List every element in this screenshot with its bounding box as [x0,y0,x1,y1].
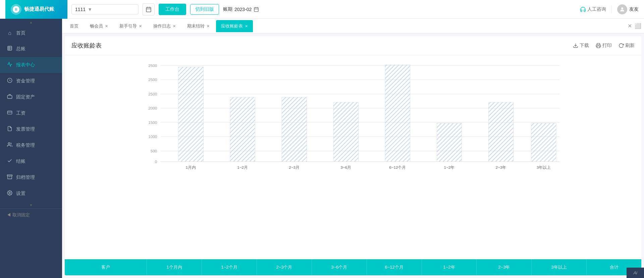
header-right: 人工咨询 友友 [580,4,639,14]
svg-text:1000: 1000 [148,134,157,139]
refresh-button[interactable]: 刷新 [619,43,635,49]
svg-point-20 [9,192,10,194]
th-3-6month: 3~6个月 [312,259,367,275]
main-layout: ▲ ⌂ 首页 总账 报表中心 资金管理 固定资产 [0,19,644,278]
print-icon [596,43,601,48]
logo-area: 畅捷通易代账 [5,0,67,19]
svg-text:2~3年: 2~3年 [496,165,506,169]
bar-2-3年 [488,102,513,161]
avatar [617,4,627,14]
company-name: 1111 [75,7,86,12]
tab-member[interactable]: 畅会员 ✕ [85,20,113,32]
svg-text:3~6月: 3~6月 [340,165,351,169]
page-title: 应收账龄表 [71,42,102,50]
calendar-button[interactable] [143,3,155,15]
th-customer: 客户 [65,259,147,275]
switch-version-button[interactable]: 切到旧版 [190,4,219,15]
support-link[interactable]: 人工咨询 [580,6,606,12]
sidebar-item-home[interactable]: ⌂ 首页 [0,25,62,41]
assets-icon [7,94,13,100]
tab-aging-close-icon[interactable]: ✕ [245,24,248,28]
sidebar-item-funds[interactable]: 资金管理 [0,73,62,89]
chart-container: 2500 2500 2500 2000 1500 1000 500 0 [65,55,641,259]
user-area[interactable]: 友友 [617,4,639,14]
svg-rect-9 [8,46,12,50]
svg-text:6~12个月: 6~12个月 [389,165,406,169]
invoice-icon [7,126,13,133]
bar-3年以上 [531,123,556,162]
sidebar-label-close: 结账 [16,158,25,164]
tab-period-close[interactable]: 期末结转 ✕ [182,20,215,32]
company-selector[interactable]: 1111 ▼ [71,4,139,14]
table-header: 客户 1个月内 1~2个月 2~3个月 3~6个月 6~12个月 [65,259,641,275]
bar-chart: 2500 2500 2500 2000 1500 1000 500 0 [71,62,635,176]
workbench-button[interactable]: 工作台 [159,4,186,15]
logo-text: 畅捷通易代账 [24,6,54,12]
tabs-bar: 首页 畅会员 ✕ 新手引导 ✕ 操作日志 ✕ 期末结转 ✕ 应收账龄表 ✕ [62,19,644,33]
print-button[interactable]: 打印 [596,43,612,49]
period-value: 2023-02 [234,7,252,12]
sidebar-label-assets: 固定资产 [16,94,35,100]
svg-rect-14 [7,95,12,98]
period-area: 账期 2023-02 [223,6,259,12]
sidebar-item-invoice[interactable]: 发票管理 [0,121,62,137]
dropdown-arrow-icon: ▼ [88,7,92,12]
sidebar-label-reports: 报表中心 [16,62,35,68]
tab-guide-close-icon[interactable]: ✕ [139,24,142,28]
close-all-tabs-icon[interactable]: ✕ [628,23,632,29]
print-label: 打印 [602,43,612,49]
svg-text:500: 500 [151,149,157,153]
sidebar-item-close[interactable]: 结账 [0,153,62,169]
period-calendar-icon [254,7,259,12]
salary-icon [7,110,13,117]
th-1-2month: 1~2个月 [202,259,257,275]
tab-guide[interactable]: 新手引导 ✕ [114,20,147,32]
sidebar-item-settings[interactable]: 设置 [0,186,62,202]
sidebar-item-salary[interactable]: 工资 [0,105,62,121]
download-button[interactable]: 下载 [573,43,589,49]
ai-badge: Ai [627,268,644,278]
settings-icon [7,190,13,197]
sidebar-scroll-up[interactable]: ▲ [0,19,62,25]
sidebar-label-invoice: 发票管理 [16,126,35,132]
page-header: 应收账龄表 下载 打印 刷新 [65,36,641,55]
sidebar-item-ledger[interactable]: 总账 [0,41,62,57]
svg-text:3年以上: 3年以上 [537,165,551,169]
svg-text:0: 0 [155,159,157,164]
funds-icon [7,78,13,84]
tab-guide-label: 新手引导 [119,23,137,29]
svg-rect-22 [597,46,600,48]
tab-member-label: 畅会员 [90,23,103,29]
refresh-icon [619,43,624,48]
sidebar-scroll-down[interactable]: ▼ [0,202,62,208]
tab-period-close-close-icon[interactable]: ✕ [207,24,210,28]
svg-rect-18 [7,175,12,176]
sidebar-label-home: 首页 [16,30,25,36]
svg-text:2~3月: 2~3月 [289,165,300,169]
logo-icon [11,4,21,15]
svg-point-8 [621,7,623,9]
sidebar: ▲ ⌂ 首页 总账 报表中心 资金管理 固定资产 [0,19,62,278]
download-icon [573,43,578,48]
archive-icon [7,174,13,181]
svg-rect-4 [254,7,258,11]
download-label: 下载 [580,43,589,49]
tab-aging[interactable]: 应收账龄表 ✕ [216,20,253,32]
sidebar-item-reports[interactable]: 报表中心 [0,57,62,73]
tab-member-close-icon[interactable]: ✕ [105,24,108,28]
sidebar-label-tax: 税务管理 [16,142,35,148]
sidebar-item-archive[interactable]: 归档管理 [0,169,62,186]
sidebar-label-salary: 工资 [16,110,25,116]
sidebar-item-assets[interactable]: 固定资产 [0,89,62,105]
sidebar-item-tax[interactable]: 税务管理 [0,137,62,153]
chart-wrapper: 2500 2500 2500 2000 1500 1000 500 0 [71,62,635,176]
maximize-icon[interactable]: ⬜ [635,23,641,29]
page-area: 应收账龄表 下载 打印 刷新 [65,36,641,275]
tab-oplog-close-icon[interactable]: ✕ [173,24,176,28]
bar-3-6月 [333,102,358,161]
home-icon: ⌂ [7,30,13,36]
cancel-fixed-button[interactable]: ◀ 取消固定 [0,208,62,221]
tab-oplog[interactable]: 操作日志 ✕ [148,20,181,32]
tab-home[interactable]: 首页 [65,20,84,32]
sidebar-label-archive: 归档管理 [16,175,35,181]
